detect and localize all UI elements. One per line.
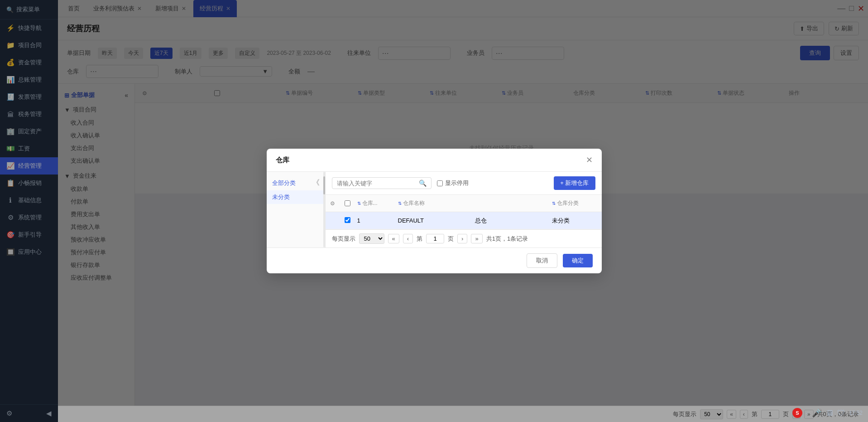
modal-table-header: ⚙ ⇅ 仓库... ⇅ 仓库名称 xyxy=(326,195,602,212)
left-scrollbar xyxy=(323,172,325,247)
systray-s-badge: S xyxy=(792,408,802,418)
gear-icon-modal: ⚙ xyxy=(330,200,335,207)
modal-left-panel: 全部分类 《 未分类 xyxy=(267,172,326,247)
systray-shield-icon: 🛡 xyxy=(837,408,845,418)
modal-header: 仓库 ✕ xyxy=(267,149,602,172)
col-label: 仓库分类 xyxy=(557,199,579,207)
th-modal-check xyxy=(345,200,357,206)
row-id: 1 xyxy=(357,217,398,224)
th-modal-name[interactable]: ⇅ 仓库名称 xyxy=(398,199,552,207)
th-modal-gear: ⚙ xyxy=(330,200,345,207)
page-num-label-modal: 第 xyxy=(417,235,422,243)
row-code: DEFAULT xyxy=(398,217,475,224)
col-label: 仓库名称 xyxy=(403,199,425,207)
cancel-button[interactable]: 取消 xyxy=(527,253,557,268)
add-btn-label: + 新增仓库 xyxy=(560,179,589,187)
modal-title: 仓库 xyxy=(276,156,289,165)
left-scrollbar-thumb xyxy=(323,176,325,194)
modal-body: 全部分类 《 未分类 🔍 xyxy=(267,172,602,247)
row-name: 总仓 xyxy=(475,217,552,225)
systray-monitor-icon: 🖥 xyxy=(825,408,834,418)
row-checkbox[interactable] xyxy=(345,217,350,223)
modal-right-panel: 🔍 显示停用 + 新增仓库 ⚙ xyxy=(326,172,602,247)
modal-table: ⚙ ⇅ 仓库... ⇅ 仓库名称 xyxy=(326,195,602,229)
modal-next-page[interactable]: › xyxy=(457,234,467,243)
show-disabled-text: 显示停用 xyxy=(445,179,469,187)
modal-pagination: 每页显示 50 100 « ‹ 第 页 › » 共1页，1条记录 xyxy=(332,233,528,244)
sort-icon-2: ⇅ xyxy=(398,201,402,206)
systray: S · 🎤 🖥 🛡 17:52 xyxy=(777,404,868,422)
per-page-label-modal: 每页显示 xyxy=(332,235,355,243)
modal-overlay: 仓库 ✕ 全部分类 《 未分类 xyxy=(0,0,868,422)
modal-toolbar: 🔍 显示停用 + 新增仓库 xyxy=(326,172,602,195)
add-warehouse-button[interactable]: + 新增仓库 xyxy=(554,176,595,190)
sort-icon-3: ⇅ xyxy=(552,201,556,206)
all-categories-label: 全部分类 xyxy=(272,179,296,187)
show-disabled-label[interactable]: 显示停用 xyxy=(437,179,469,187)
warehouse-modal: 仓库 ✕ 全部分类 《 未分类 xyxy=(267,149,602,273)
modal-search-wrap: 🔍 xyxy=(332,177,432,189)
modal-search-icon: 🔍 xyxy=(419,179,427,187)
th-modal-cat[interactable]: ⇅ 仓库分类 xyxy=(552,199,597,207)
systray-mic-icon: 🎤 xyxy=(812,408,822,418)
modal-table-row[interactable]: 1 DEFAULT 总仓 未分类 xyxy=(326,212,602,229)
modal-page-input[interactable] xyxy=(426,234,444,243)
taskbar-time: 17:52 xyxy=(849,410,863,416)
col-label: 仓库... xyxy=(362,199,378,207)
left-panel-toggle[interactable]: 《 xyxy=(312,178,320,188)
modal-pagination-footer: 每页显示 50 100 « ‹ 第 页 › » 共1页，1条记录 xyxy=(326,229,602,247)
modal-left-header[interactable]: 全部分类 《 xyxy=(267,175,325,190)
modal-close-button[interactable]: ✕ xyxy=(586,155,593,165)
th-modal-id[interactable]: ⇅ 仓库... xyxy=(357,199,398,207)
systray-dot-icon: · xyxy=(806,408,808,418)
page-label-modal: 页 xyxy=(448,235,454,243)
left-panel-item-uncategorized[interactable]: 未分类 xyxy=(267,190,325,204)
modal-search-input[interactable] xyxy=(337,180,416,187)
show-disabled-checkbox[interactable] xyxy=(437,180,443,186)
dialog-actions: 取消 确定 xyxy=(267,247,602,273)
modal-first-page[interactable]: « xyxy=(388,234,399,243)
modal-total-info: 共1页，1条记录 xyxy=(486,235,528,243)
sort-icon: ⇅ xyxy=(357,201,361,206)
modal-last-page[interactable]: » xyxy=(471,234,482,243)
confirm-button[interactable]: 确定 xyxy=(563,254,593,267)
modal-per-page-select[interactable]: 50 100 xyxy=(359,233,384,244)
row-check[interactable] xyxy=(345,217,357,224)
modal-select-all[interactable] xyxy=(345,200,350,206)
row-category: 未分类 xyxy=(552,217,597,225)
modal-prev-page[interactable]: ‹ xyxy=(403,234,413,243)
